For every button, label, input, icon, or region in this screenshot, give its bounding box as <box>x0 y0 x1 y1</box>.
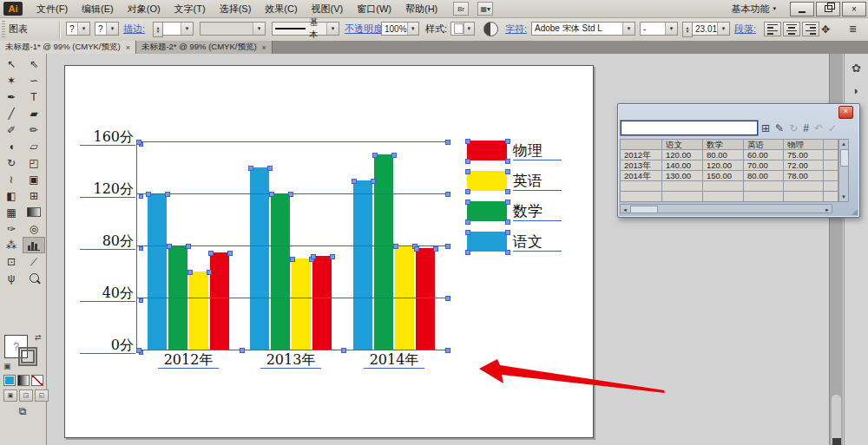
selection-handle[interactable] <box>505 169 510 174</box>
menu-item[interactable]: 文字(T) <box>168 3 213 16</box>
table-cell[interactable]: 数学 <box>703 140 744 150</box>
table-cell[interactable] <box>784 181 824 192</box>
workspace-switcher[interactable]: 基本功能 ▾ <box>731 3 776 16</box>
color-button[interactable] <box>3 375 16 386</box>
selection-handle[interactable] <box>207 270 212 275</box>
pencil-tool[interactable]: ✏ <box>23 121 45 138</box>
selection-handle[interactable] <box>465 169 470 174</box>
bar-语文-2013年[interactable] <box>250 167 269 350</box>
table-cell[interactable]: 120.00 <box>662 150 703 160</box>
selection-handle[interactable] <box>465 159 470 164</box>
table-cell[interactable]: 75.00 <box>784 150 824 160</box>
scrollbar-thumb[interactable] <box>630 206 658 213</box>
y-axis-label[interactable]: 80分 <box>80 233 135 250</box>
draw-behind-button[interactable]: ◲ <box>19 389 33 402</box>
y-axis-label[interactable]: 40分 <box>80 285 135 302</box>
transform-icon[interactable]: ✥ <box>821 23 830 36</box>
selection-handle[interactable] <box>167 244 172 249</box>
table-cell[interactable] <box>744 181 784 192</box>
collapse-control-panel-icon[interactable]: ≣ <box>849 23 857 35</box>
free-transform-tool[interactable]: ▣ <box>23 171 45 187</box>
stroke-weight-combo[interactable]: ▾ <box>162 22 194 36</box>
selection-handle[interactable] <box>139 246 143 251</box>
eyedropper-tool[interactable]: ✑ <box>0 220 23 237</box>
scroll-right-icon[interactable]: ► <box>823 206 832 214</box>
legend-swatch-英语[interactable] <box>467 171 507 191</box>
selection-handle[interactable] <box>341 348 346 353</box>
table-cell[interactable]: 物理 <box>784 140 824 150</box>
bar-物理-2013年[interactable] <box>312 256 332 350</box>
selection-handle[interactable] <box>393 244 398 249</box>
draw-inside-button[interactable]: ◱ <box>35 389 49 402</box>
bridge-icon[interactable]: Br <box>453 2 469 16</box>
pen-tool[interactable]: ✒ <box>0 88 23 105</box>
table-cell[interactable] <box>824 171 838 181</box>
selection-handle[interactable] <box>505 159 510 164</box>
swatches-panel-icon[interactable]: ✿ <box>848 59 865 76</box>
panel-grip[interactable] <box>2 21 5 38</box>
table-cell[interactable] <box>824 160 838 171</box>
selection-handle[interactable] <box>391 153 397 158</box>
font-family-combo[interactable]: Adobe 宋体 Std L▾ <box>531 22 635 36</box>
selection-handle[interactable] <box>371 179 376 184</box>
table-cell[interactable]: 60.00 <box>744 150 784 160</box>
brush-definition-combo[interactable]: 基本▾ <box>272 22 339 36</box>
rotate-tool[interactable]: ↻ <box>0 154 23 171</box>
bar-英语-2012年[interactable] <box>189 272 208 350</box>
column-graph-tool[interactable] <box>23 237 45 253</box>
arrange-documents-icon[interactable]: ▦▾ <box>477 2 493 16</box>
scrollbar-thumb[interactable] <box>840 149 849 167</box>
bar-英语-2013年[interactable] <box>292 258 311 350</box>
table-cell[interactable]: 2014年 <box>621 171 662 181</box>
selection-handle[interactable] <box>330 254 335 259</box>
paintbrush-tool[interactable]: ✐ <box>0 121 23 138</box>
scroll-up-icon[interactable]: ▲ <box>839 140 848 148</box>
line-segment-tool[interactable]: ╱ <box>0 105 23 121</box>
table-cell[interactable] <box>824 150 838 160</box>
zoom-tool[interactable] <box>23 270 45 286</box>
table-cell[interactable]: 2012年 <box>621 150 662 160</box>
draw-normal-button[interactable]: ▣ <box>3 389 17 402</box>
bar-物理-2014年[interactable] <box>416 248 435 350</box>
table-cell[interactable] <box>824 192 838 202</box>
legend-label[interactable]: 数学 <box>513 202 562 221</box>
table-cell[interactable]: 语文 <box>662 140 703 150</box>
table-cell[interactable]: 70.00 <box>744 160 784 171</box>
table-cell[interactable]: 150.00 <box>703 171 744 181</box>
selection-handle[interactable] <box>465 250 470 255</box>
screen-mode-button[interactable]: ⧉ <box>14 404 31 418</box>
menu-item[interactable]: 选择(S) <box>213 3 259 16</box>
selection-handle[interactable] <box>505 189 510 194</box>
bar-语文-2014年[interactable] <box>353 180 372 350</box>
table-cell[interactable]: 140.00 <box>662 160 703 171</box>
table-cell[interactable] <box>744 192 784 202</box>
font-style-combo[interactable]: -▾ <box>640 22 678 36</box>
selection-handle[interactable] <box>465 230 470 235</box>
blob-brush-tool[interactable]: ◖ <box>0 138 23 154</box>
y-axis-label[interactable]: 160分 <box>80 129 135 146</box>
selection-handle[interactable] <box>352 179 357 184</box>
transpose-row-column-icon[interactable]: ✎ <box>775 123 784 134</box>
hand-tool[interactable]: ψ <box>0 270 23 286</box>
align-left-button[interactable] <box>764 22 781 36</box>
menu-item[interactable]: 编辑(E) <box>75 3 121 16</box>
selection-handle[interactable] <box>505 250 510 255</box>
menu-item[interactable]: 文件(F) <box>30 3 75 16</box>
table-cell[interactable] <box>784 192 824 202</box>
eraser-tool[interactable]: ▱ <box>23 138 45 154</box>
variable-width-combo[interactable]: ▾ <box>200 22 266 36</box>
bar-语文-2012年[interactable] <box>148 193 167 350</box>
selection-handle[interactable] <box>267 166 273 171</box>
bar-数学-2014年[interactable] <box>374 154 393 350</box>
opacity-combo[interactable]: 100%▾ <box>381 22 419 36</box>
selection-handle[interactable] <box>288 192 293 197</box>
table-cell[interactable]: 80.00 <box>744 171 784 181</box>
table-cell[interactable] <box>662 181 703 192</box>
menu-item[interactable]: 对象(O) <box>121 3 168 16</box>
font-size-combo[interactable]: 23.01▾ <box>692 22 730 36</box>
opacity-link[interactable]: 不透明度: <box>345 23 385 36</box>
none-button[interactable] <box>31 375 43 386</box>
selection-handle[interactable] <box>139 194 143 199</box>
category-label[interactable]: 2012年 <box>158 352 219 369</box>
table-cell[interactable]: 英语 <box>744 140 784 150</box>
